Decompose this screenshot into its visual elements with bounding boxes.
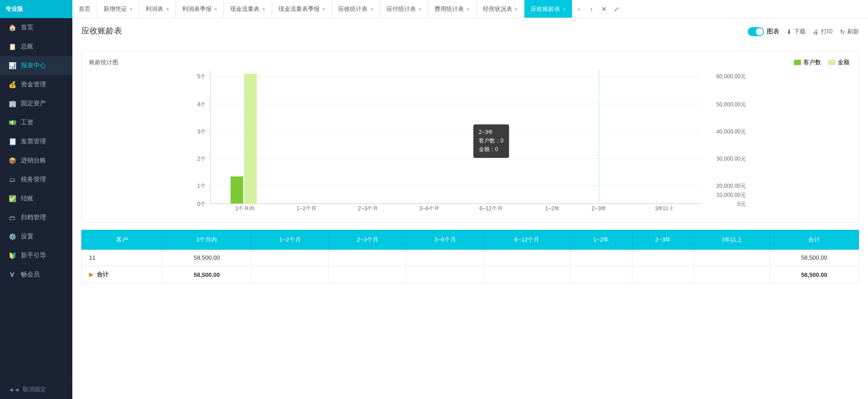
tab-profit-quarter[interactable]: 利润表季报 ×: [176, 0, 224, 18]
sidebar-item-invoice[interactable]: 🧾 发票管理: [0, 132, 72, 151]
tabbar: 首页 新增凭证 × 利润表 × 利润表季报 × 现金流量表 × 现金流量表季报 …: [72, 0, 868, 18]
refresh-label: 刷新: [847, 28, 859, 36]
tab-operation-close[interactable]: ×: [515, 6, 518, 12]
svg-text:60,000.00元: 60,000.00元: [717, 73, 746, 80]
tab-cashflow[interactable]: 现金流量表 ×: [224, 0, 272, 18]
legend-customer-color: [794, 60, 801, 65]
refresh-icon: ↻: [840, 28, 845, 35]
svg-text:0个: 0个: [197, 201, 206, 207]
sidebar-item-vip[interactable]: V 畅会员: [0, 265, 72, 284]
tab-cashflow-close[interactable]: ×: [262, 6, 265, 12]
bar-amount-0[interactable]: [244, 74, 257, 204]
tab-profit[interactable]: 利润表 ×: [139, 0, 175, 18]
chart-container: 账龄统计图 客户数 金额 5个 4个 3个 2个: [81, 51, 859, 223]
sidebar-label-funds: 资金管理: [21, 81, 46, 89]
total-m3: [329, 266, 406, 284]
svg-text:1~2年: 1~2年: [545, 205, 560, 210]
tab-profit-quarter-close[interactable]: ×: [214, 6, 217, 12]
home-icon: 🏠: [8, 24, 16, 32]
col-header-y3: 3年以上: [694, 230, 769, 250]
tab-cashflow-quarter-close[interactable]: ×: [322, 6, 325, 12]
total-icon: ▶: [89, 271, 93, 278]
tab-maximize[interactable]: ⤢: [610, 0, 623, 18]
legend-customer-label: 客户数: [803, 58, 821, 66]
tab-receivable-stat-close[interactable]: ×: [370, 6, 373, 12]
sidebar-item-settings[interactable]: ⚙️ 设置: [0, 227, 72, 246]
tab-home[interactable]: 首页: [72, 0, 97, 18]
print-label: 打印: [821, 28, 833, 36]
toggle-switch-btn[interactable]: [748, 27, 764, 36]
tab-profit-quarter-label: 利润表季报: [182, 5, 212, 13]
tab-cashflow-label: 现金流量表: [230, 5, 259, 13]
sidebar-label-purchase: 进销台账: [21, 157, 46, 165]
tab-nav-left[interactable]: ‹: [572, 0, 585, 18]
total-m1: 58,500.00: [162, 266, 251, 284]
download-button[interactable]: ⬇ 下载: [787, 28, 806, 36]
row-m1: 58,500.00: [162, 250, 251, 266]
tab-home-label: 首页: [79, 5, 90, 13]
sidebar-label-vip: 畅会员: [21, 271, 40, 279]
sidebar-item-tax[interactable]: 🗂 税务管理: [0, 170, 72, 189]
total-label: 合计: [97, 271, 108, 278]
assets-icon: 🏢: [8, 100, 16, 108]
tab-voucher-close[interactable]: ×: [130, 6, 132, 12]
total-y2: [632, 266, 694, 284]
tab-nav-right[interactable]: ›: [585, 0, 598, 18]
reports-icon: 📊: [8, 62, 16, 70]
tab-voucher[interactable]: 新增凭证 ×: [97, 0, 139, 18]
tab-expense-stat-close[interactable]: ×: [467, 6, 469, 12]
sidebar-item-guide[interactable]: 🔰 新手引导: [0, 246, 72, 265]
svg-text:2个: 2个: [197, 156, 206, 162]
sidebar-item-purchase[interactable]: 📦 进销台账: [0, 151, 72, 170]
tab-payable-stat-label: 应付统计表: [387, 5, 416, 13]
sidebar-item-ledger[interactable]: 📋 总账: [0, 37, 72, 56]
bar-chart-svg: 5个 4个 3个 2个 1个 0个 60,000.00元 50,000.00元 …: [89, 70, 851, 210]
print-icon: 🖨: [813, 28, 819, 35]
row-m12: [484, 250, 570, 266]
tab-receivable-stat[interactable]: 应收统计表 ×: [332, 0, 380, 18]
sidebar-label-home: 首页: [21, 24, 33, 32]
col-header-m12: 6~12个月: [484, 230, 570, 250]
sidebar-footer-pin[interactable]: ◄◄ 取消固定: [0, 380, 72, 399]
tab-receivable-stat-label: 应收统计表: [338, 5, 368, 13]
svg-text:2~3年: 2~3年: [592, 205, 606, 210]
tab-close-all[interactable]: ✕: [598, 0, 610, 18]
data-table: 客户 1个月内 1~2个月 2~3个月 3~6个月 6~12个月 1~2年 2~…: [81, 230, 859, 284]
sidebar-item-assets[interactable]: 🏢 固定资产: [0, 94, 72, 113]
svg-text:5个: 5个: [197, 73, 206, 80]
tab-receivable-age-close[interactable]: ×: [563, 6, 566, 12]
tab-receivable-age[interactable]: 应收账龄表 ×: [524, 0, 572, 18]
svg-text:50,000.00元: 50,000.00元: [717, 101, 746, 108]
table-header: 客户 1个月内 1~2个月 2~3个月 3~6个月 6~12个月 1~2年 2~…: [82, 230, 859, 250]
sidebar-item-archive[interactable]: 🗃 归档管理: [0, 208, 72, 227]
table-body: 11 58,500.00 58,500.00 ▶ 合计 5: [82, 250, 859, 284]
tab-profit-close[interactable]: ×: [166, 6, 169, 12]
tab-payable-stat-close[interactable]: ×: [419, 6, 421, 12]
col-header-m6: 3~6个月: [406, 230, 484, 250]
tab-payable-stat[interactable]: 应付统计表 ×: [380, 0, 428, 18]
tab-operation[interactable]: 经营状况表 ×: [476, 0, 524, 18]
sidebar-item-salary[interactable]: 💵 工资: [0, 113, 72, 132]
total-m2: [251, 266, 329, 284]
sidebar-item-closing[interactable]: ✅ 结账: [0, 189, 72, 208]
sidebar-label-closing: 结账: [21, 195, 33, 203]
sidebar-item-home[interactable]: 🏠 首页: [0, 18, 72, 37]
tab-expense-stat[interactable]: 费用统计表 ×: [428, 0, 476, 18]
total-m6: [406, 266, 484, 284]
svg-text:1个月内: 1个月内: [236, 205, 255, 210]
tab-cashflow-quarter[interactable]: 现金流量表季报 ×: [272, 0, 332, 18]
sidebar-item-funds[interactable]: 💰 资金管理: [0, 75, 72, 94]
closing-icon: ✅: [8, 195, 16, 203]
content-area: 应收账龄表 图表 ⬇ 下载 🖨 打印 ↻ 刷新: [72, 18, 868, 399]
legend-amount: 金额: [828, 58, 849, 66]
sidebar-item-reports[interactable]: 📊 报表中心: [0, 56, 72, 75]
chart-toggle[interactable]: 图表: [748, 27, 779, 36]
row-customer: 11: [82, 250, 162, 266]
bar-customer-0[interactable]: [231, 176, 243, 204]
svg-text:1个: 1个: [197, 183, 206, 189]
tab-expense-stat-label: 费用统计表: [434, 5, 464, 13]
legend-amount-label: 金额: [838, 58, 849, 66]
sidebar-label-invoice: 发票管理: [21, 138, 46, 146]
refresh-button[interactable]: ↻ 刷新: [840, 28, 859, 36]
print-button[interactable]: 🖨 打印: [813, 28, 833, 36]
